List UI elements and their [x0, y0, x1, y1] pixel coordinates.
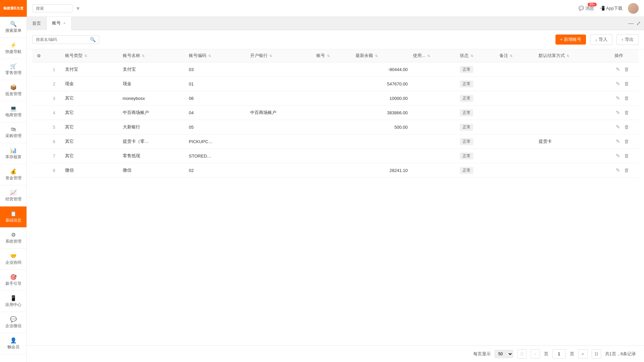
- row-default-settlement: [536, 106, 612, 120]
- row-account: [314, 163, 353, 178]
- col-num[interactable]: [46, 49, 62, 62]
- first-page-button[interactable]: ⟨⟨: [517, 349, 527, 359]
- tab-home[interactable]: 首页: [27, 17, 47, 30]
- col-name[interactable]: 账号名称 ⇅: [120, 49, 186, 62]
- row-default-settlement: [536, 77, 612, 91]
- retail-icon: 🛒: [1, 63, 25, 69]
- dropdown-icon[interactable]: ▾: [76, 5, 79, 12]
- sidebar-item-wechat[interactable]: 💬 企业微信: [0, 312, 26, 333]
- row-code: 06: [186, 91, 247, 106]
- page-number-input[interactable]: [552, 349, 566, 359]
- message-icon: 💬: [579, 6, 584, 11]
- next-page-button[interactable]: ＞: [578, 349, 588, 359]
- col-default-settlement[interactable]: 默认结算方式 ⇅: [536, 49, 612, 62]
- row-type: 其它: [62, 149, 120, 163]
- row-status: 正常: [457, 77, 497, 91]
- row-usage: [410, 134, 457, 149]
- col-settings[interactable]: ⚙: [32, 49, 46, 62]
- row-type: 其它: [62, 134, 120, 149]
- edit-button[interactable]: ✎: [614, 95, 622, 102]
- import-button[interactable]: ↓ 导入: [590, 34, 612, 45]
- sidebar-item-management[interactable]: 📈 经营管理: [0, 185, 26, 206]
- tab-minimize-icon[interactable]: —: [628, 20, 634, 27]
- row-type: 支付宝: [62, 62, 120, 77]
- sidebar-item-label: 基础信息: [5, 218, 21, 223]
- col-code[interactable]: 账号编码 ⇅: [186, 49, 247, 62]
- col-usage[interactable]: 使用... ⇅: [410, 49, 457, 62]
- edit-button[interactable]: ✎: [614, 138, 622, 145]
- inventory-icon: 📊: [1, 147, 25, 154]
- col-account[interactable]: 账号 ⇅: [314, 49, 353, 62]
- sidebar-item-system[interactable]: ⚙ 系统管理: [0, 228, 26, 249]
- delete-button[interactable]: 🗑: [623, 80, 631, 87]
- tab-account[interactable]: 账号 ×: [47, 17, 72, 30]
- edit-button[interactable]: ✎: [614, 123, 622, 131]
- sidebar-item-guide[interactable]: 🎯 新手引导: [0, 270, 26, 291]
- delete-button[interactable]: 🗑: [623, 152, 631, 159]
- tab-maximize-icon[interactable]: ⤢: [636, 19, 641, 27]
- delete-button[interactable]: 🗑: [623, 138, 631, 145]
- message-badge: 99+: [588, 3, 597, 6]
- edit-button[interactable]: ✎: [614, 109, 622, 116]
- tab-account-close[interactable]: ×: [63, 21, 66, 25]
- row-type: 其它: [62, 91, 120, 106]
- table-header-row: ⚙ 账号类型 ⇅ 账号名称 ⇅ 账号编码 ⇅ 开户银行 ⇅ 账号 ⇅ 最新余额 …: [32, 49, 639, 62]
- row-account: [314, 62, 353, 77]
- top-search-input[interactable]: [32, 4, 72, 12]
- app-download-button[interactable]: 📲 App下载: [599, 5, 623, 11]
- search-icon: 🔍: [1, 21, 25, 27]
- row-status: 正常: [457, 106, 497, 120]
- add-account-button[interactable]: + 新增账号: [555, 35, 586, 45]
- col-bank[interactable]: 开户银行 ⇅: [248, 49, 314, 62]
- col-balance[interactable]: 最新余额 ⇅: [353, 49, 411, 62]
- last-page-button[interactable]: ⟩⟩: [592, 349, 601, 359]
- sidebar-item-collab[interactable]: 🤝 企业协同: [0, 249, 26, 270]
- row-code: PICKUPC…: [186, 134, 247, 149]
- sidebar-item-basic-info[interactable]: 📋 基础信息: [0, 206, 26, 228]
- row-actions: ✎ 🗑: [612, 62, 639, 77]
- row-code: 01: [186, 77, 247, 91]
- delete-button[interactable]: 🗑: [623, 95, 631, 102]
- row-remark: [497, 163, 536, 178]
- row-usage: [410, 120, 457, 134]
- delete-button[interactable]: 🗑: [623, 66, 631, 73]
- delete-button[interactable]: 🗑: [623, 109, 631, 116]
- delete-button[interactable]: 🗑: [623, 123, 631, 130]
- col-type[interactable]: 账号类型 ⇅: [62, 49, 120, 62]
- col-status[interactable]: 状态 ⇅: [457, 49, 497, 62]
- sidebar-item-appcenter[interactable]: 📱 应用中心: [0, 291, 26, 312]
- row-num: 8: [46, 163, 62, 178]
- table-row: 8 微信 微信 02 28241.10 正常 ✎ 🗑: [32, 163, 639, 178]
- row-settings: [32, 106, 46, 120]
- row-code: 04: [186, 106, 247, 120]
- message-button[interactable]: 💬 消息 99+: [579, 5, 594, 11]
- sidebar-item-quicknav[interactable]: ⚡ 快捷导航: [0, 38, 26, 59]
- sidebar-item-purchase[interactable]: 🛍 采购管理: [0, 122, 26, 143]
- per-page-select[interactable]: 50 20 100: [495, 350, 513, 358]
- row-default-settlement: [536, 91, 612, 106]
- tab-account-label: 账号: [52, 20, 61, 26]
- sidebar-item-inventory[interactable]: 📊 库存核算: [0, 143, 26, 164]
- row-actions: ✎ 🗑: [612, 120, 639, 134]
- sidebar-item-label: 批发管理: [5, 92, 21, 96]
- edit-button[interactable]: ✎: [614, 80, 622, 87]
- sidebar-item-member[interactable]: 👤 畅会员: [0, 333, 26, 354]
- account-search-input[interactable]: [36, 37, 88, 42]
- user-avatar[interactable]: [628, 3, 639, 14]
- edit-button[interactable]: ✎: [614, 152, 622, 160]
- row-usage: [410, 149, 457, 163]
- import-label: 导入: [599, 37, 607, 43]
- prev-page-button[interactable]: ＜: [531, 349, 540, 359]
- sidebar-item-ecommerce[interactable]: 💻 电商管理: [0, 101, 26, 122]
- row-actions: ✎ 🗑: [612, 149, 639, 163]
- sidebar-item-retail[interactable]: 🛒 零售管理: [0, 59, 26, 80]
- sidebar-item-finance[interactable]: 💰 资金管理: [0, 164, 26, 185]
- export-button[interactable]: ↑ 导出: [616, 34, 639, 45]
- edit-button[interactable]: ✎: [614, 66, 622, 73]
- col-remark[interactable]: 备注 ⇅: [497, 49, 536, 62]
- edit-button[interactable]: ✎: [614, 167, 622, 174]
- sidebar-item-wholesale[interactable]: 📦 批发管理: [0, 80, 26, 101]
- delete-button[interactable]: 🗑: [623, 167, 631, 174]
- sidebar-item-search[interactable]: 🔍 搜索菜单: [0, 17, 26, 38]
- search-box[interactable]: 🔍: [32, 35, 99, 44]
